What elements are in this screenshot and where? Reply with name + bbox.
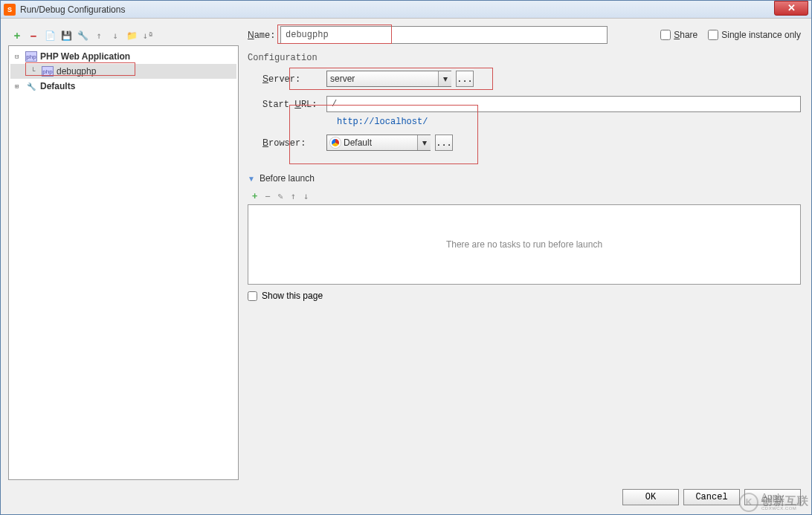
wrench-icon: 🔧 bbox=[25, 81, 37, 91]
url-preview-row: http://localhost/ bbox=[262, 117, 801, 127]
sidebar: + − 📄 💾 🔧 ↑ ↓ 📁 ↓ª ⊟ php PHP Web Applica… bbox=[8, 26, 239, 480]
collapse-icon[interactable]: ⊟ bbox=[15, 53, 22, 60]
tree-branch-icon: └ bbox=[31, 68, 39, 75]
wrench-button[interactable]: 🔧 bbox=[77, 30, 88, 42]
watermark-logo: K bbox=[739, 493, 758, 512]
start-url-label: Start URL: bbox=[262, 99, 322, 110]
main-panel: Name: Share Single instance only Configu… bbox=[245, 26, 804, 480]
run-debug-config-dialog: S Run/Debug Configurations ✕ + − 📄 💾 🔧 ↑… bbox=[0, 0, 812, 515]
watermark-text: 创新互联 CDXWCX.COM bbox=[761, 495, 809, 511]
tasks-empty-text: There are no tasks to run before launch bbox=[446, 239, 602, 250]
single-instance-checkbox[interactable]: Single instance only bbox=[708, 30, 801, 40]
window-title: Run/Debug Configurations bbox=[20, 4, 125, 15]
show-this-page-label: Show this page bbox=[262, 291, 323, 301]
start-url-input[interactable] bbox=[326, 96, 801, 112]
before-launch-toolbar: + − ✎ ↑ ↓ bbox=[248, 188, 801, 204]
tree-node-defaults[interactable]: ⊞ 🔧 Defaults bbox=[10, 79, 236, 94]
single-instance-checkbox-input[interactable] bbox=[708, 30, 718, 40]
chrome-icon bbox=[330, 137, 341, 148]
cancel-button[interactable]: Cancel bbox=[683, 489, 740, 505]
dialog-buttons: OK Cancel Apply bbox=[1, 483, 811, 514]
start-url-row: Start URL: bbox=[262, 96, 801, 112]
ok-button[interactable]: OK bbox=[622, 489, 679, 505]
move-up-button[interactable]: ↑ bbox=[93, 30, 105, 42]
expand-icon[interactable]: ⊞ bbox=[15, 82, 22, 90]
task-down-button[interactable]: ↓ bbox=[303, 191, 309, 201]
dropdown-arrow-icon: ▾ bbox=[417, 135, 431, 150]
server-label: Server: bbox=[262, 74, 322, 85]
config-tree[interactable]: ⊟ php PHP Web Application └ php debugphp… bbox=[8, 45, 239, 480]
app-icon: S bbox=[4, 4, 16, 16]
copy-config-button[interactable]: 📄 bbox=[44, 30, 56, 42]
folder-button[interactable]: 📁 bbox=[126, 30, 138, 42]
share-label: Share bbox=[674, 30, 697, 40]
dialog-content: + − 📄 💾 🔧 ↑ ↓ 📁 ↓ª ⊟ php PHP Web Applica… bbox=[1, 19, 811, 483]
tree-node-php-web-app[interactable]: ⊟ php PHP Web Application bbox=[10, 49, 236, 64]
task-up-button[interactable]: ↑ bbox=[291, 191, 296, 201]
before-launch-label: Before launch bbox=[260, 173, 315, 184]
titlebar[interactable]: S Run/Debug Configurations ✕ bbox=[1, 1, 811, 19]
before-launch-header[interactable]: ▼ Before launch bbox=[248, 173, 801, 184]
sidebar-toolbar: + − 📄 💾 🔧 ↑ ↓ 📁 ↓ª bbox=[8, 26, 239, 45]
browser-label: Browser: bbox=[262, 137, 322, 149]
browser-row: Browser: Default ▾ ... bbox=[262, 135, 801, 151]
php-icon: php bbox=[42, 66, 54, 77]
sort-button[interactable]: ↓ª bbox=[142, 30, 154, 42]
dropdown-arrow-icon: ▾ bbox=[438, 71, 451, 86]
browser-browse-button[interactable]: ... bbox=[435, 135, 453, 151]
share-checkbox-input[interactable] bbox=[660, 30, 671, 40]
server-select[interactable]: server ▾ bbox=[326, 71, 451, 87]
add-config-button[interactable]: + bbox=[11, 30, 23, 42]
tree-label: debugphp bbox=[57, 66, 96, 77]
edit-task-button[interactable]: ✎ bbox=[277, 191, 283, 201]
server-row: Server: server ▾ ... bbox=[262, 71, 801, 87]
configuration-section-label: Configuration bbox=[248, 53, 801, 63]
add-task-button[interactable]: + bbox=[252, 191, 257, 201]
disclosure-triangle-icon[interactable]: ▼ bbox=[248, 175, 255, 183]
remove-config-button[interactable]: − bbox=[28, 30, 39, 42]
single-instance-label: Single instance only bbox=[721, 30, 801, 40]
server-value: server bbox=[330, 74, 355, 84]
show-this-page-input[interactable] bbox=[248, 291, 257, 301]
close-button[interactable]: ✕ bbox=[774, 1, 808, 16]
save-config-button[interactable]: 💾 bbox=[60, 30, 72, 42]
url-preview-link[interactable]: http://localhost/ bbox=[337, 117, 428, 127]
php-icon: php bbox=[25, 51, 37, 62]
move-down-button[interactable]: ↓ bbox=[109, 30, 121, 42]
name-label: Name: bbox=[248, 30, 280, 41]
browser-select[interactable]: Default ▾ bbox=[326, 135, 431, 151]
share-checkbox[interactable]: Share bbox=[660, 30, 697, 40]
tree-label: Defaults bbox=[40, 81, 75, 91]
remove-task-button[interactable]: − bbox=[265, 191, 270, 201]
name-row: Name: Share Single instance only bbox=[248, 26, 801, 44]
watermark: K 创新互联 CDXWCX.COM bbox=[739, 493, 809, 512]
server-browse-button[interactable]: ... bbox=[456, 71, 474, 87]
configuration-section: Server: server ▾ ... Start URL: http://l… bbox=[248, 71, 801, 160]
tasks-list[interactable]: There are no tasks to run before launch bbox=[248, 204, 801, 285]
name-input[interactable] bbox=[280, 26, 608, 44]
tree-node-debugphp[interactable]: └ php debugphp bbox=[10, 64, 236, 79]
show-this-page-checkbox[interactable]: Show this page bbox=[248, 291, 801, 301]
browser-value: Default bbox=[344, 137, 372, 148]
tree-label: PHP Web Application bbox=[40, 51, 130, 62]
